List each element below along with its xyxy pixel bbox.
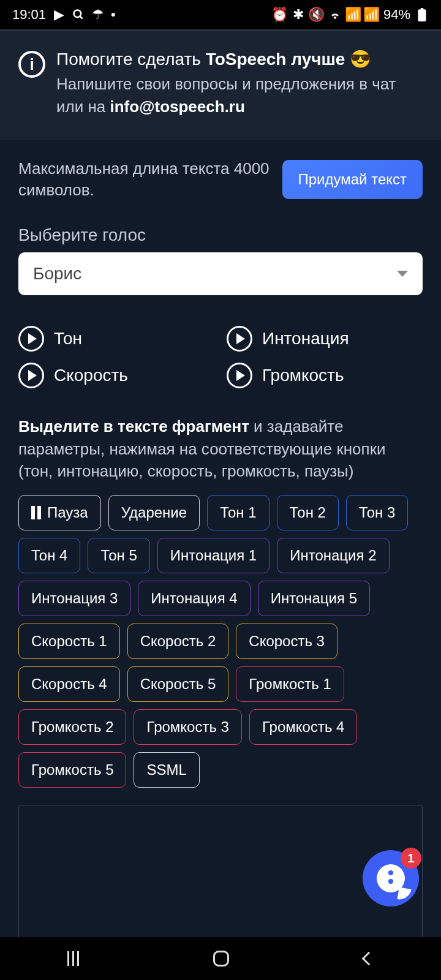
- umbrella-icon: ☂: [91, 8, 105, 21]
- preview-speed[interactable]: Скорость: [18, 363, 214, 388]
- preview-intonation[interactable]: Интонация: [227, 326, 423, 352]
- alarm-icon: ⏰: [273, 8, 287, 21]
- main-panel: Максимальная длина текста 4000 символов.…: [0, 140, 441, 970]
- text-input[interactable]: [18, 805, 423, 952]
- svg-point-0: [74, 10, 81, 18]
- nav-back-button[interactable]: [362, 952, 376, 966]
- battery-percent: 94%: [383, 7, 410, 23]
- voice-selected: Борис: [33, 264, 81, 284]
- generate-text-button[interactable]: Придумай текст: [282, 160, 423, 199]
- voice-label: Выберите голос: [18, 225, 423, 245]
- dot-icon: •: [111, 7, 116, 23]
- svg-rect-2: [418, 9, 426, 21]
- instructions: Выделите в тексте фрагмент и задавайте п…: [18, 415, 423, 482]
- preview-tone[interactable]: Тон: [18, 326, 214, 352]
- nav-recent-button[interactable]: [67, 951, 79, 966]
- banner-subtitle: Напишите свои вопросы и предложения в ча…: [56, 73, 423, 118]
- chip-ударение[interactable]: Ударение: [108, 495, 200, 530]
- chip-интонация-3[interactable]: Интонация 3: [18, 581, 130, 616]
- chip-container: ПаузаУдарениеТон 1Тон 2Тон 3Тон 4Тон 5Ин…: [18, 495, 423, 788]
- mute-icon: 🔇: [310, 8, 323, 21]
- battery-icon: [415, 8, 429, 21]
- chevron-down-icon: [397, 271, 408, 277]
- pause-icon: [31, 506, 41, 519]
- chip-интонация-4[interactable]: Интонация 4: [138, 581, 250, 616]
- chat-badge: 1: [401, 848, 421, 869]
- chip-тон-4[interactable]: Тон 4: [18, 538, 80, 573]
- play-icon: [18, 363, 44, 388]
- chip-тон-2[interactable]: Тон 2: [277, 495, 339, 530]
- chat-button[interactable]: 1: [363, 850, 419, 907]
- max-length-text: Максимальная длина текста 4000 символов.: [18, 158, 270, 201]
- nav-home-button[interactable]: [213, 951, 229, 967]
- svg-line-1: [80, 17, 83, 19]
- chip-тон-3[interactable]: Тон 3: [346, 495, 408, 530]
- voice-select[interactable]: Борис: [18, 252, 423, 295]
- play-icon: [227, 363, 252, 388]
- svg-rect-3: [421, 8, 423, 10]
- chip-интонация-1[interactable]: Интонация 1: [157, 538, 270, 573]
- chip-тон-1[interactable]: Тон 1: [207, 495, 269, 530]
- banner-title: Помогите сделать ToSpeech лучше 😎: [56, 48, 423, 70]
- chip-скорость-2[interactable]: Скорость 2: [127, 624, 229, 659]
- preview-volume[interactable]: Громкость: [227, 363, 423, 388]
- chip-пауза[interactable]: Пауза: [18, 495, 101, 530]
- signal-icon-2: 📶: [365, 8, 379, 21]
- play-icon: [227, 326, 252, 352]
- chip-скорость-5[interactable]: Скорость 5: [127, 666, 229, 702]
- chip-ssml[interactable]: SSML: [134, 752, 199, 788]
- chip-тон-5[interactable]: Тон 5: [88, 538, 149, 573]
- search-icon: [72, 8, 85, 21]
- chip-громкость-2[interactable]: Громкость 2: [18, 709, 126, 745]
- youtube-icon: ▶: [52, 8, 66, 21]
- play-icon: [18, 326, 44, 352]
- bluetooth-icon: ✱: [292, 8, 305, 21]
- chip-интонация-2[interactable]: Интонация 2: [277, 538, 389, 573]
- chip-громкость-3[interactable]: Громкость 3: [134, 709, 241, 745]
- signal-icon: 📶: [347, 8, 360, 21]
- info-icon: i: [18, 51, 45, 78]
- nav-bar: [0, 937, 441, 980]
- chip-скорость-3[interactable]: Скорость 3: [236, 624, 337, 659]
- chip-громкость-5[interactable]: Громкость 5: [18, 752, 126, 788]
- status-time: 19:01: [12, 7, 46, 23]
- status-bar: 19:01 ▶ ☂ • ⏰ ✱ 🔇 📶 📶 94%: [0, 0, 441, 29]
- info-banner: i Помогите сделать ToSpeech лучше 😎 Напи…: [0, 31, 441, 140]
- chip-скорость-4[interactable]: Скорость 4: [18, 666, 120, 702]
- chip-интонация-5[interactable]: Интонация 5: [258, 581, 370, 616]
- chip-громкость-4[interactable]: Громкость 4: [249, 709, 357, 745]
- chip-скорость-1[interactable]: Скорость 1: [18, 624, 120, 659]
- chip-громкость-1[interactable]: Громкость 1: [236, 666, 344, 702]
- wifi-icon: [328, 8, 342, 21]
